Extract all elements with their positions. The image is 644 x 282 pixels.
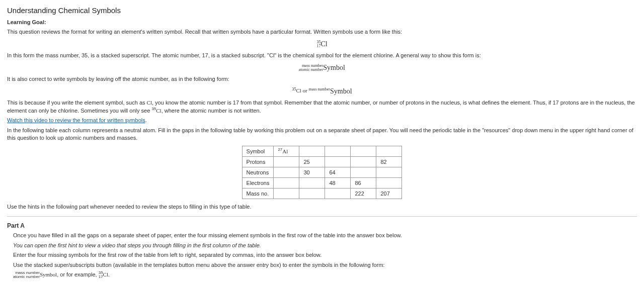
- table-cell: 86: [351, 178, 376, 189]
- row-header: Protons: [242, 157, 274, 167]
- table-row: Mass no. 222 207: [242, 189, 402, 199]
- table-cell: 207: [376, 189, 402, 199]
- generic-symbol-form: mass number atomic number Symbol: [7, 63, 637, 73]
- table-cell: [325, 146, 351, 157]
- table-cell: [376, 167, 402, 178]
- table-cell: [299, 146, 325, 157]
- element-symbol: Cl: [296, 87, 301, 93]
- table-cell: 64: [325, 167, 351, 178]
- row-header: Neutrons: [242, 167, 274, 178]
- part-a-form: mass number atomic number Symbol, or for…: [13, 271, 637, 279]
- part-a-p1: Once you have filled in all the gaps on …: [13, 232, 637, 239]
- hints-note: Use the hints in the following part when…: [7, 203, 637, 211]
- intro-paragraph-5: In the following table each column repre…: [7, 127, 637, 142]
- or-text: or: [303, 87, 309, 93]
- symbol-label: Symbol: [40, 271, 57, 277]
- element-symbol: Cl: [320, 40, 327, 48]
- atomic-number: 17: [99, 275, 103, 279]
- table-cell: [325, 157, 351, 167]
- part-a-label: Part A: [7, 222, 637, 230]
- row-header: Electrons: [242, 178, 274, 189]
- intro-paragraph-4: This is because if you write the element…: [7, 99, 637, 115]
- atomic-number-label: atomic number: [13, 275, 40, 279]
- table-cell: [376, 146, 402, 157]
- table-cell: [299, 189, 325, 199]
- part-a-p4: Use the stacked super/subscripts button …: [13, 261, 637, 269]
- symbol-label: Symbol: [323, 64, 345, 71]
- part-a-p3: Enter the four missing symbols for the f…: [13, 251, 637, 259]
- table-cell: 82: [376, 157, 402, 167]
- row-header: Mass no.: [242, 189, 274, 199]
- part-a-hint: You can open the first hint to view a vi…: [13, 242, 261, 248]
- table-cell: [351, 157, 376, 167]
- element-symbol: Cl: [103, 271, 108, 277]
- table-cell: 222: [351, 189, 376, 199]
- table-cell: 25: [299, 157, 325, 167]
- table-row: Neutrons 30 64: [242, 167, 402, 178]
- mass-number-label: mass number: [309, 86, 330, 91]
- table-cell: 48: [325, 178, 351, 189]
- table-cell: [351, 146, 376, 157]
- table-cell: 27Al: [274, 146, 299, 157]
- intro-paragraph-1: This question reviews the format for wri…: [7, 28, 637, 36]
- table-cell: [274, 189, 299, 199]
- learning-goal-label: Learning Goal:: [7, 19, 637, 26]
- table-row: Protons 25 82: [242, 157, 402, 167]
- table-cell: [274, 178, 299, 189]
- page-title: Understanding Chemical Symbols: [7, 5, 637, 16]
- mass-sup: 35: [151, 107, 156, 111]
- divider: [7, 216, 637, 217]
- symbol-label: Symbol: [330, 87, 352, 95]
- intro-paragraph-2: In this form the mass number, 35, is a s…: [7, 52, 637, 59]
- table-cell: [325, 189, 351, 199]
- table-cell: [274, 167, 299, 178]
- table-cell: [274, 157, 299, 167]
- table-row: Symbol 27Al: [242, 146, 402, 157]
- element-symbol-inline: Cl: [147, 100, 152, 106]
- video-link[interactable]: Watch this video to review the format fo…: [7, 117, 145, 123]
- table-row: Electrons 48 86: [242, 178, 402, 189]
- element-table: Symbol 27Al Protons 25 82 Neutrons 30 64…: [242, 146, 403, 199]
- row-header: Symbol: [242, 146, 274, 157]
- intro-paragraph-3: It is also correct to write symbols by l…: [7, 75, 637, 83]
- table-cell: [299, 178, 325, 189]
- example-symbol-1: 35 17 Cl: [7, 39, 637, 49]
- table-cell: 30: [299, 167, 325, 178]
- atomic-number-label: atomic number: [299, 68, 323, 72]
- alt-symbol-form: 35Cl or mass numberSymbol: [7, 86, 637, 97]
- table-cell: [376, 178, 402, 189]
- table-cell: [351, 167, 376, 178]
- element-symbol-inline: Cl: [156, 108, 161, 114]
